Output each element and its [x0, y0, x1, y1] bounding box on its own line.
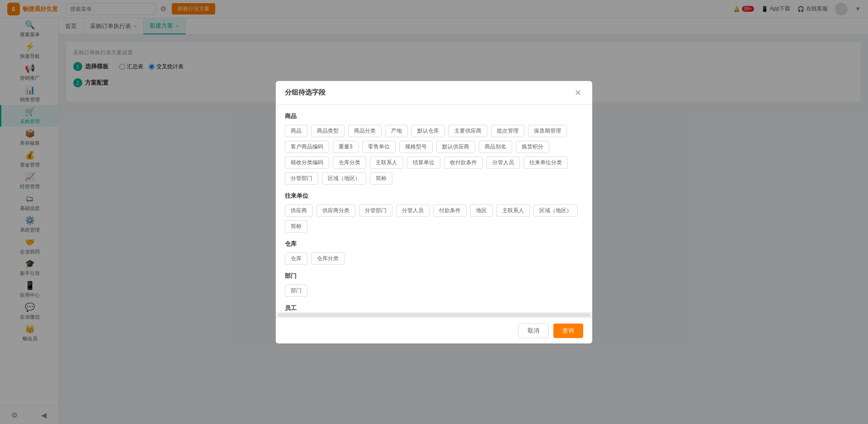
field-tag[interactable]: 区域（地区）: [322, 172, 366, 185]
field-tag[interactable]: 结算单位: [407, 157, 440, 169]
field-tag[interactable]: 部门: [285, 285, 307, 297]
field-tag[interactable]: 炼货积分: [516, 141, 549, 153]
field-tag[interactable]: 默认供应商: [436, 141, 475, 153]
field-tag[interactable]: 收付款条件: [444, 157, 483, 169]
field-tag[interactable]: 供应商: [285, 205, 313, 217]
field-tag[interactable]: 重量3: [333, 141, 359, 153]
field-group-title-partner: 往来单位: [285, 192, 583, 200]
modal-title: 分组待选字段: [285, 88, 326, 97]
field-tag[interactable]: 产地: [385, 125, 408, 137]
field-tag[interactable]: 商品类型: [311, 125, 344, 137]
field-tag[interactable]: 仓库分类: [333, 157, 366, 169]
field-tag[interactable]: 税收分类编码: [285, 157, 329, 169]
field-group-title-product: 商品: [285, 112, 583, 120]
field-tag[interactable]: 默认仓库: [411, 125, 445, 137]
field-tag[interactable]: 商品别名: [479, 141, 512, 153]
field-group-warehouse: 仓库 仓库 仓库分类: [285, 240, 583, 265]
field-tag[interactable]: 分管人员: [486, 157, 520, 169]
modal-overlay: 分组待选字段 ✕ 商品 商品 商品类型 商品分类 产地 默认仓库 主要供应商 批…: [0, 0, 868, 424]
modal-close-button[interactable]: ✕: [572, 87, 583, 98]
field-tag[interactable]: 简称: [370, 172, 392, 185]
field-tag[interactable]: 规格型号: [399, 141, 433, 153]
field-group-title-warehouse: 仓库: [285, 240, 583, 248]
field-tag[interactable]: 主联系人: [370, 157, 403, 169]
field-tag[interactable]: 简称: [285, 220, 307, 233]
field-tag[interactable]: 商品: [285, 125, 307, 137]
field-tag[interactable]: 主要供应商: [448, 125, 487, 137]
confirm-button[interactable]: 查询: [553, 324, 583, 338]
field-tags-department: 部门: [285, 285, 583, 297]
field-tag[interactable]: 供应商分类: [316, 205, 355, 217]
field-tag[interactable]: 地区: [470, 205, 493, 217]
modal-footer: 取消 查询: [276, 318, 592, 343]
field-select-modal: 分组待选字段 ✕ 商品 商品 商品类型 商品分类 产地 默认仓库 主要供应商 批…: [276, 81, 592, 343]
field-group-employee: 员工 业务员: [285, 304, 583, 312]
field-tag[interactable]: 区域（地区）: [533, 205, 578, 217]
field-tags-partner: 供应商 供应商分类 分管部门 分管人员 付款条件 地区 主联系人 区域（地区） …: [285, 205, 583, 233]
field-tag[interactable]: 批次管理: [491, 125, 524, 137]
field-tag[interactable]: 客户商品编码: [285, 141, 329, 153]
field-tag[interactable]: 仓库: [285, 252, 307, 265]
field-group-department: 部门 部门: [285, 272, 583, 297]
field-tag[interactable]: 分管人员: [396, 205, 429, 217]
field-group-partner: 往来单位 供应商 供应商分类 分管部门 分管人员 付款条件 地区 主联系人 区域…: [285, 192, 583, 233]
field-tag[interactable]: 仓库分类: [311, 252, 344, 265]
field-tag[interactable]: 商品分类: [348, 125, 382, 137]
field-tag[interactable]: 主联系人: [496, 205, 530, 217]
field-tags-product: 商品 商品类型 商品分类 产地 默认仓库 主要供应商 批次管理 保质期管理 客户…: [285, 125, 583, 185]
field-group-title-employee: 员工: [285, 304, 583, 312]
modal-body: 商品 商品 商品类型 商品分类 产地 默认仓库 主要供应商 批次管理 保质期管理…: [276, 105, 592, 312]
field-tag[interactable]: 往来单位分类: [524, 157, 568, 169]
modal-header: 分组待选字段 ✕: [276, 81, 592, 105]
horizontal-scrollbar[interactable]: [276, 312, 592, 318]
field-group-product: 商品 商品 商品类型 商品分类 产地 默认仓库 主要供应商 批次管理 保质期管理…: [285, 112, 583, 185]
field-tags-warehouse: 仓库 仓库分类: [285, 252, 583, 265]
field-tag[interactable]: 零售单位: [362, 141, 396, 153]
field-group-title-department: 部门: [285, 272, 583, 280]
field-tag[interactable]: 付款条件: [433, 205, 467, 217]
field-tag[interactable]: 分管部门: [285, 172, 318, 185]
cancel-button[interactable]: 取消: [518, 324, 549, 338]
field-tag[interactable]: 分管部门: [359, 205, 392, 217]
field-tag[interactable]: 保质期管理: [528, 125, 567, 137]
